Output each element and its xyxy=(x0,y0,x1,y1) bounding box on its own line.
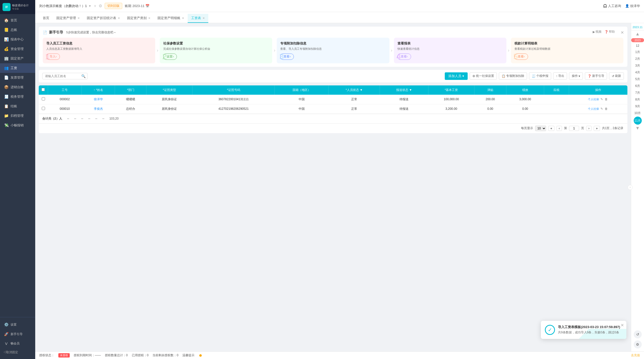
sidebar-item-funds[interactable]: 💰 资金管理 xyxy=(0,44,35,54)
row1-name[interactable]: 徐泽华 xyxy=(82,95,115,104)
row2-delete-icon[interactable]: 🗑 xyxy=(605,107,608,111)
sidebar-item-stock[interactable]: 📦 进销台账 xyxy=(0,82,35,92)
per-page-select[interactable]: 10 20 50 xyxy=(535,126,546,131)
cal-month-11[interactable]: 11月 xyxy=(634,117,642,125)
app-name: 畅捷通好会计 xyxy=(12,4,29,7)
sidebar-label-guide: 新手引导 xyxy=(11,332,23,336)
help-link[interactable]: ❓ 帮助 xyxy=(605,30,615,34)
sidebar-item-expense[interactable]: 💸 小畅报销 xyxy=(0,121,35,130)
topbar-gear-icon[interactable]: ⚙ xyxy=(99,4,102,8)
table-header-row: 工号 ↑ *姓名 *部门 *证照类型 *证照号码 国籍（地区） *人员状态 ▼ … xyxy=(39,85,627,95)
sidebar-item-home[interactable]: 🏠 首页 xyxy=(0,16,35,25)
row1-name-link[interactable]: 徐泽华 xyxy=(94,97,103,101)
ai-consult-button[interactable]: 🎧 人工咨询 xyxy=(603,4,621,8)
refresh-button[interactable]: ↺ 刷新 xyxy=(609,72,624,80)
social-insurance-button[interactable]: ⚙ 统一社保设置 xyxy=(470,72,497,80)
sidebar-item-invoice[interactable]: 📄 发票管理 xyxy=(0,73,35,82)
tab-depreciation-close[interactable]: ✕ xyxy=(118,17,120,20)
last-page-button[interactable]: » xyxy=(594,126,600,131)
tax-report-button[interactable]: 🧾 个税申报 xyxy=(529,72,551,80)
tab-detail-close[interactable]: ✕ xyxy=(182,17,184,20)
col-status[interactable]: *人员状态 ▼ xyxy=(329,85,380,95)
sidebar-item-fixed-assets[interactable]: 🏢 固定资产 xyxy=(0,54,35,63)
special-deduction-button[interactable]: 📋 专项附加扣除 xyxy=(499,72,527,80)
sidebar-item-closing[interactable]: 📋 结账 xyxy=(0,101,35,111)
row2-checkbox-cell[interactable] xyxy=(39,104,48,114)
panel-settings-icon[interactable]: ⚙ xyxy=(634,340,642,348)
cal-month-8[interactable]: 8月 xyxy=(631,96,644,103)
cal-month-5[interactable]: 5月 xyxy=(631,76,644,83)
sidebar-item-vip[interactable]: V 畅会员 xyxy=(0,339,35,348)
cal-month-12[interactable]: 12 xyxy=(631,43,644,49)
tab-payroll-close[interactable]: ✕ xyxy=(203,17,205,20)
user-info[interactable]: 👤 徐泽华 xyxy=(625,4,640,8)
cal-month-10[interactable]: 10月 xyxy=(631,110,644,117)
tab-home[interactable]: 首页 xyxy=(39,14,53,23)
cal-month-9[interactable]: 9月 xyxy=(631,103,644,110)
cal-month-6[interactable]: 6月 xyxy=(631,83,644,89)
tab-fixed-assets-close[interactable]: ✕ xyxy=(77,17,80,20)
recharge-link[interactable]: 去充值 xyxy=(631,353,640,357)
export-button[interactable]: ↑ 导出 xyxy=(553,72,567,80)
select-all-checkbox[interactable] xyxy=(42,88,45,91)
guide-button[interactable]: ❓ 新手引导 xyxy=(585,72,607,80)
table-header-checkbox[interactable] xyxy=(39,85,48,95)
sidebar-item-guide[interactable]: 🚀 新手引导 xyxy=(0,329,35,339)
video-link[interactable]: ▶ 视频 xyxy=(593,30,601,34)
row1-action-link[interactable]: 个人社保 xyxy=(588,98,599,101)
notif-close-icon[interactable]: ✕ xyxy=(621,323,624,328)
dropdown-arrow[interactable]: ▼ xyxy=(88,4,91,8)
row2-edit-icon[interactable]: ✎ xyxy=(600,107,603,111)
operations-button[interactable]: 操作 ▾ xyxy=(569,72,583,80)
tab-category[interactable]: 固定资产类别 ✕ xyxy=(124,14,154,23)
tab-payroll[interactable]: 工资表 ✕ xyxy=(188,14,208,23)
panel-down-icon[interactable]: ▼ xyxy=(634,125,641,132)
panel-collapse-button[interactable]: › xyxy=(628,185,633,190)
add-person-button[interactable]: 添加人员 ▾ xyxy=(445,72,468,80)
settings-icon: ⚙️ xyxy=(4,322,9,327)
row1-checkbox-cell[interactable] xyxy=(39,95,48,104)
sidebar-item-settings[interactable]: ⚙️ 设置 xyxy=(0,320,35,329)
sidebar-label-tax: 税务管理 xyxy=(11,94,24,99)
sidebar: 好 畅捷通好会计 专业版 🏠 首页 📒 总账 📊 报表中心 💰 资金管理 🏢 固… xyxy=(0,0,35,359)
panel-up-icon[interactable]: ▲ xyxy=(634,30,641,38)
col-name[interactable]: ↑ *姓名 xyxy=(82,85,115,95)
cal-month-2[interactable]: 2月 xyxy=(631,56,644,62)
col-report-status[interactable]: 报送状态 ▼ xyxy=(380,85,428,95)
row2-checkbox[interactable] xyxy=(42,107,45,110)
row2-name[interactable]: 李俊杰 xyxy=(82,104,115,114)
tab-category-close[interactable]: ✕ xyxy=(148,17,150,20)
tab-fixed-assets[interactable]: 固定资产管理 ✕ xyxy=(53,14,83,23)
sidebar-item-tax[interactable]: 🧾 税务管理 xyxy=(0,92,35,101)
panel-refresh-icon[interactable]: ↺ xyxy=(634,330,642,338)
row2-dept: 总经办 xyxy=(115,104,146,114)
per-page-label: 每页显示 xyxy=(521,126,533,130)
cal-month-1[interactable]: 1月 xyxy=(631,49,644,56)
sidebar-item-ledger[interactable]: 📒 总账 xyxy=(0,25,35,35)
cal-year-label[interactable]: 2023 xyxy=(631,38,644,42)
row2-action-link[interactable]: 个人社保 xyxy=(588,107,599,110)
first-page-button[interactable]: « xyxy=(548,126,554,131)
prev-page-button[interactable]: ‹ xyxy=(556,126,562,131)
switch-version-button[interactable]: 切到旧版 xyxy=(105,3,122,9)
row1-edit-icon[interactable]: ✎ xyxy=(600,97,603,101)
row2-name-link[interactable]: 李俊杰 xyxy=(94,107,103,111)
row1-delete-icon[interactable]: 🗑 xyxy=(605,97,608,101)
guide-close-icon[interactable]: ✕ xyxy=(621,30,624,35)
tab-detail[interactable]: 固定资产明细账 ✕ xyxy=(154,14,188,23)
topbar-plus-icon[interactable]: + xyxy=(94,4,96,8)
search-input[interactable] xyxy=(42,73,88,79)
cal-month-7[interactable]: 7月 xyxy=(631,89,644,96)
next-page-button[interactable]: › xyxy=(586,126,592,131)
tab-depreciation[interactable]: 固定资产折旧统计表 ✕ xyxy=(83,14,124,23)
cal-month-3[interactable]: 3月 xyxy=(631,62,644,69)
sidebar-item-archive[interactable]: 📁 归档管理 xyxy=(0,111,35,121)
page-input[interactable] xyxy=(569,126,579,131)
sidebar-item-reports[interactable]: 📊 报表中心 xyxy=(0,35,35,44)
cancel-fixed-button[interactable]: ◁取消固定 xyxy=(0,348,35,356)
cal-month-4[interactable]: 4月 xyxy=(631,69,644,76)
row1-checkbox[interactable] xyxy=(42,97,45,100)
help-icon: ❓ xyxy=(605,30,608,34)
calendar-icon[interactable]: 📅 xyxy=(145,4,149,8)
sidebar-item-payroll[interactable]: 👥 工资 xyxy=(0,63,35,73)
